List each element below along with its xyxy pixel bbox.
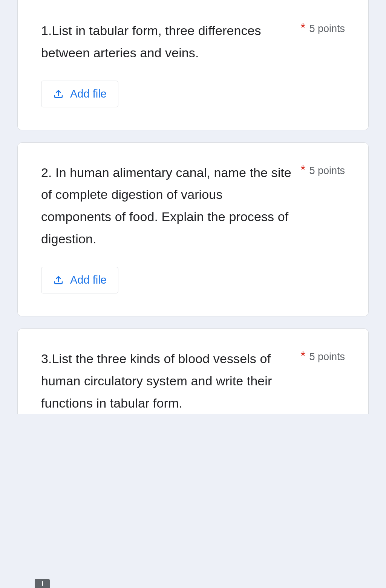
points-label: 5 points xyxy=(309,351,345,363)
add-file-label: Add file xyxy=(70,274,107,286)
required-star: * xyxy=(300,21,305,34)
keyboard-toggle[interactable] xyxy=(35,579,50,588)
upload-icon xyxy=(53,88,64,99)
required-star: * xyxy=(300,349,305,362)
question-text: 2. In human alimentary canal, name the s… xyxy=(41,162,294,250)
question-text: 3.List the three kinds of blood vessels … xyxy=(41,348,294,414)
points-wrap: * 5 points xyxy=(300,20,345,35)
add-file-button[interactable]: Add file xyxy=(41,267,118,293)
question-text: 1.List in tabular form, three difference… xyxy=(41,20,294,64)
question-card: 2. In human alimentary canal, name the s… xyxy=(17,142,369,316)
add-file-label: Add file xyxy=(70,88,107,100)
points-label: 5 points xyxy=(309,23,345,35)
points-label: 5 points xyxy=(309,165,345,177)
points-wrap: * 5 points xyxy=(300,348,345,363)
upload-icon xyxy=(53,274,64,286)
required-star: * xyxy=(300,163,305,176)
question-header: 2. In human alimentary canal, name the s… xyxy=(41,162,345,250)
question-header: 3.List the three kinds of blood vessels … xyxy=(41,348,345,414)
question-header: 1.List in tabular form, three difference… xyxy=(41,20,345,64)
points-wrap: * 5 points xyxy=(300,162,345,177)
add-file-button[interactable]: Add file xyxy=(41,81,118,107)
question-card: 1.List in tabular form, three difference… xyxy=(17,0,369,130)
question-card: 3.List the three kinds of blood vessels … xyxy=(17,328,369,414)
